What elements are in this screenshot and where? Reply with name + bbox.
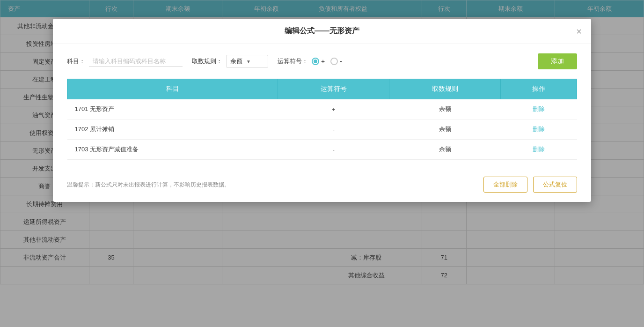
- radio-minus-circle: [330, 58, 338, 65]
- formula-col-header: 操作: [500, 79, 577, 99]
- formula-col-header: 科目: [67, 79, 278, 99]
- add-button[interactable]: 添加: [538, 53, 577, 69]
- formula-row: 1703 无形资产减值准备 - 余额 删除: [67, 140, 577, 160]
- formula-col-header: 运算符号: [278, 79, 389, 99]
- modal-overlay: 编辑公式——无形资产 × 科目： 取数规则： 余额 ▼ 运算符号：: [0, 0, 644, 327]
- operator-label: 运算符号：: [278, 57, 308, 66]
- dropdown-arrow-icon: ▼: [246, 59, 251, 64]
- operator-field: 运算符号： + -: [278, 57, 342, 66]
- formula-col-header: 取数规则: [389, 79, 501, 99]
- formula-table-wrapper: 科目运算符号取数规则操作 1701 无形资产 + 余额 删除 1702 累计摊销…: [53, 79, 591, 169]
- formula-operator: +: [278, 99, 389, 119]
- modal-header: 编辑公式——无形资产 ×: [53, 19, 591, 44]
- delete-link[interactable]: 删除: [533, 146, 545, 153]
- formula-operator: -: [278, 119, 389, 140]
- delete-link[interactable]: 删除: [533, 126, 545, 133]
- formula-action[interactable]: 删除: [500, 99, 577, 119]
- form-row: 科目： 取数规则： 余额 ▼ 运算符号： +: [53, 44, 591, 79]
- subject-label: 科目：: [67, 57, 85, 66]
- fetch-rule-label: 取数规则：: [192, 57, 222, 66]
- operator-minus-label: -: [340, 58, 342, 65]
- operator-plus-radio[interactable]: +: [312, 58, 325, 65]
- fetch-rule-field: 取数规则： 余额 ▼: [192, 55, 268, 68]
- formula-row: 1701 无形资产 + 余额 删除: [67, 99, 577, 119]
- edit-formula-modal: 编辑公式——无形资产 × 科目： 取数规则： 余额 ▼ 运算符号：: [53, 19, 591, 202]
- formula-fetch-rule: 余额: [389, 99, 501, 119]
- operator-minus-radio[interactable]: -: [330, 58, 342, 65]
- delete-link[interactable]: 删除: [533, 105, 545, 112]
- formula-action[interactable]: 删除: [500, 140, 577, 160]
- formula-fetch-rule: 余额: [389, 140, 501, 160]
- radio-plus-circle: [312, 58, 319, 65]
- formula-operator: -: [278, 140, 389, 160]
- formula-table: 科目运算符号取数规则操作 1701 无形资产 + 余额 删除 1702 累计摊销…: [67, 79, 577, 160]
- modal-title: 编辑公式——无形资产: [285, 26, 359, 36]
- modal-footer: 温馨提示：新公式只对未出报表进行计算，不影响历史报表数据。 全部删除 公式复位: [53, 169, 591, 202]
- modal-close-button[interactable]: ×: [574, 27, 584, 36]
- formula-subject: 1703 无形资产减值准备: [67, 140, 278, 160]
- fetch-rule-select[interactable]: 余额 ▼: [226, 55, 268, 68]
- formula-fetch-rule: 余额: [389, 119, 501, 140]
- fetch-rule-value: 余额: [230, 57, 242, 66]
- operator-radio-group: + -: [312, 58, 342, 65]
- footer-buttons: 全部删除 公式复位: [483, 177, 577, 193]
- formula-subject: 1702 累计摊销: [67, 119, 278, 140]
- delete-all-button[interactable]: 全部删除: [483, 177, 527, 193]
- formula-subject: 1701 无形资产: [67, 99, 278, 119]
- subject-field: 科目：: [67, 56, 183, 67]
- subject-input[interactable]: [89, 56, 183, 67]
- formula-action[interactable]: 删除: [500, 119, 577, 140]
- formula-row: 1702 累计摊销 - 余额 删除: [67, 119, 577, 140]
- formula-reset-button[interactable]: 公式复位: [533, 177, 577, 193]
- operator-plus-label: +: [321, 58, 325, 65]
- footer-tip: 温馨提示：新公式只对未出报表进行计算，不影响历史报表数据。: [67, 181, 230, 189]
